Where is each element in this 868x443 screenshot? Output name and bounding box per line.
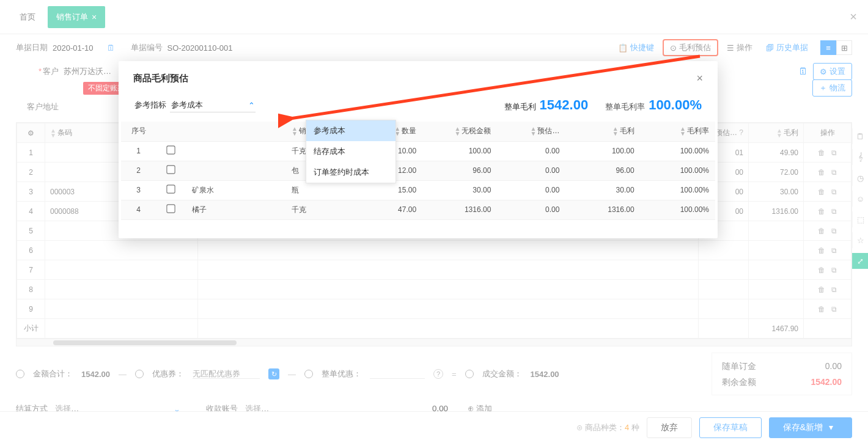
mrow-seq: 4 <box>121 200 156 219</box>
mrow-amount: 96.00 <box>422 161 497 180</box>
dropdown-option[interactable]: 参考成本 <box>306 120 395 141</box>
mrow-checkbox[interactable] <box>166 145 175 154</box>
close-modal-icon[interactable]: × <box>696 72 703 85</box>
mrow-profit: 96.00 <box>565 161 640 180</box>
dropdown-option[interactable]: 订单签约时成本 <box>306 162 395 183</box>
mrow-qty: 47.00 <box>354 200 422 219</box>
mrow-amount: 30.00 <box>422 180 497 200</box>
mrow-amount: 1316.00 <box>422 200 497 219</box>
modal-table-row[interactable]: 4橘子千克47.001316.000.001316.00100.00% <box>121 200 715 219</box>
modal-header: 商品毛利预估 × <box>119 61 718 93</box>
mrow-unit: 千克 <box>285 200 354 219</box>
indicator-label: 参考指标 <box>134 100 166 111</box>
profit-modal: 商品毛利预估 × 参考指标 ⌃ 整单毛利 1542.00 整单毛利率 100.0… <box>119 61 718 238</box>
mrow-seq: 2 <box>121 161 156 180</box>
modal-table-row[interactable]: 2包12.0096.000.0096.00100.00% <box>121 161 715 180</box>
mcol-chk <box>156 122 186 141</box>
mrow-name <box>186 161 285 180</box>
modal-table-row[interactable]: 3矿泉水瓶15.0030.000.0030.00100.00% <box>121 180 715 200</box>
mcol-name <box>186 122 285 141</box>
mrow-profit: 100.00 <box>565 141 640 161</box>
mrow-checkbox[interactable] <box>166 165 175 174</box>
mrow-est: 0.00 <box>497 180 565 200</box>
mrow-rate: 100.00% <box>641 180 715 200</box>
indicator-dropdown: 参考成本 结存成本 订单签约时成本 <box>306 120 396 183</box>
mrow-rate: 100.00% <box>641 141 715 161</box>
mrow-checkbox[interactable] <box>166 204 175 213</box>
mrow-est: 0.00 <box>497 161 565 180</box>
modal-table: 序号 ▲▼销售单位 ▲▼数量 ▲▼无税金额 ▲▼预估… ▲▼毛利 ▲▼毛利率 1… <box>121 122 715 220</box>
mrow-rate: 100.00% <box>641 161 715 180</box>
modal-summary: 整单毛利 1542.00 整单毛利率 100.00% <box>504 97 702 113</box>
sum-rate-label: 整单毛利率 <box>605 101 645 112</box>
chevron-up-icon[interactable]: ⌃ <box>248 101 255 110</box>
sum-rate-value: 100.00% <box>649 97 702 113</box>
mrow-checkbox[interactable] <box>166 185 175 193</box>
mcol-est[interactable]: ▲▼预估… <box>497 122 565 141</box>
modal-table-row[interactable]: 1千克10.00100.000.00100.00100.00% <box>121 141 715 161</box>
mrow-est: 0.00 <box>497 141 565 161</box>
dropdown-option[interactable]: 结存成本 <box>306 141 395 162</box>
mrow-name <box>186 141 285 161</box>
mrow-seq: 1 <box>121 141 156 161</box>
mcol-seq: 序号 <box>121 122 156 141</box>
mrow-name: 橘子 <box>186 200 285 219</box>
modal-title: 商品毛利预估 <box>133 73 188 84</box>
mcol-rate[interactable]: ▲▼毛利率 <box>641 122 715 141</box>
mrow-seq: 3 <box>121 180 156 200</box>
modal-filter-row: 参考指标 ⌃ 整单毛利 1542.00 整单毛利率 100.00% <box>119 93 718 122</box>
sum-profit-value: 1542.00 <box>540 97 589 113</box>
mrow-rate: 100.00% <box>641 200 715 219</box>
mrow-profit: 30.00 <box>565 180 640 200</box>
indicator-select[interactable] <box>170 98 256 112</box>
mcol-amount[interactable]: ▲▼无税金额 <box>422 122 497 141</box>
mrow-profit: 1316.00 <box>565 200 640 219</box>
mrow-name: 矿泉水 <box>186 180 285 200</box>
modal-table-header: 序号 ▲▼销售单位 ▲▼数量 ▲▼无税金额 ▲▼预估… ▲▼毛利 ▲▼毛利率 <box>121 122 715 141</box>
sum-profit-label: 整单毛利 <box>504 101 536 112</box>
mrow-est: 0.00 <box>497 200 565 219</box>
mrow-amount: 100.00 <box>422 141 497 161</box>
mcol-profit[interactable]: ▲▼毛利 <box>565 122 640 141</box>
